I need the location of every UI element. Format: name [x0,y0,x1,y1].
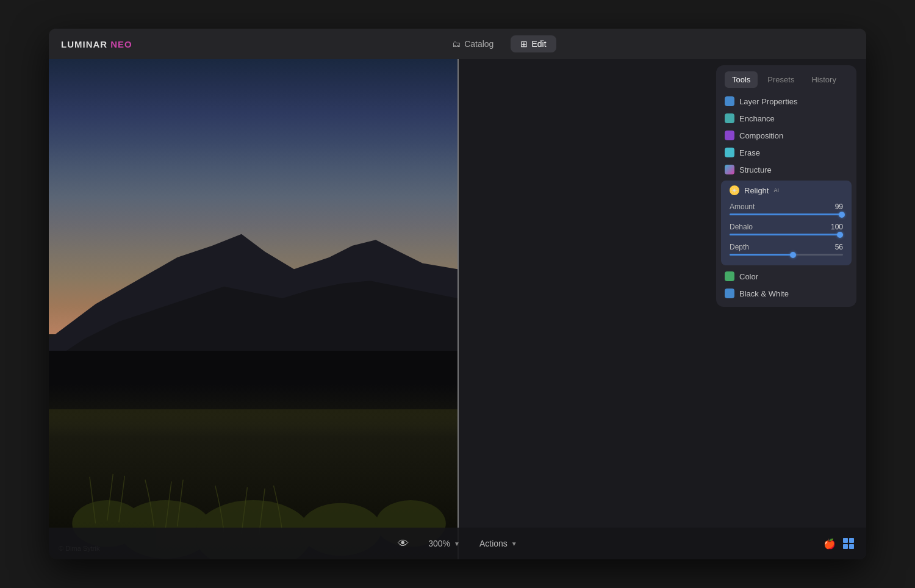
tab-presets[interactable]: Presets [760,71,802,88]
apple-icon: 🍎 [824,538,836,550]
amount-slider-fill [730,213,842,215]
depth-value: 56 [835,243,843,251]
black-white-icon [725,289,734,298]
amount-slider-thumb[interactable] [839,212,845,218]
dehalo-slider-track[interactable] [730,234,843,235]
erase-icon [725,148,734,157]
depth-slider-thumb[interactable] [790,252,796,258]
dehalo-slider-row: Dehalo 100 [725,220,848,240]
canvas-area: © Dima Sytrik Tools Presets History [49,59,866,559]
before-after-divider [458,59,459,559]
catalog-button[interactable]: 🗂 Catalog [442,35,503,52]
depth-slider-fill [730,254,793,256]
panel-item-layer-properties[interactable]: Layer Properties [716,93,856,110]
panel-item-composition[interactable]: Composition [716,127,856,144]
composition-icon [725,131,734,140]
title-bar: LUMINAR NEO 🗂 Catalog ⊞ Edit [49,29,866,59]
photo-before [49,59,458,559]
tab-history[interactable]: History [804,71,843,88]
amount-label-row: Amount 99 [730,203,843,211]
logo-luminar-text: LUMINAR [61,39,107,49]
edit-button[interactable]: ⊞ Edit [511,35,556,52]
dehalo-value: 100 [831,223,843,231]
windows-icon [843,538,854,549]
relight-superscript: AI [773,187,779,193]
dehalo-label-row: Dehalo 100 [730,223,843,231]
relight-icon: ☀ [730,185,739,195]
main-content: © Dima Sytrik Tools Presets History [49,59,866,559]
panel-items-list: Layer Properties Enchance Composition [716,88,856,307]
zoom-control[interactable]: 300% ▼ [423,536,465,551]
toolbar-right-area: 🍎 [824,538,854,550]
eye-icon: 👁 [398,537,409,550]
depth-slider-track[interactable] [730,254,843,256]
panel-item-enchance[interactable]: Enchance [716,110,856,127]
nav-center: 🗂 Catalog ⊞ Edit [145,35,854,52]
actions-chevron-icon: ▼ [511,540,517,547]
relight-section: ☀ Relight AI Amount 99 [721,181,852,265]
panel-item-erase[interactable]: Erase [716,144,856,161]
depth-label-row: Depth 56 [730,243,843,251]
app-logo: LUMINAR NEO [61,39,132,49]
relight-header[interactable]: ☀ Relight AI [725,185,848,200]
amount-slider-row: Amount 99 [725,200,848,220]
enchance-icon [725,113,734,123]
amount-value: 99 [835,203,843,211]
panel-item-color[interactable]: Color [716,268,856,285]
amount-label: Amount [730,203,755,211]
tab-tools[interactable]: Tools [725,71,758,88]
zoom-chevron-icon: ▼ [454,540,460,547]
catalog-icon: 🗂 [452,39,461,49]
tools-panel: Tools Presets History Layer Propert [716,65,856,307]
logo-neo-text: NEO [110,39,132,49]
edit-icon: ⊞ [520,39,528,49]
dehalo-slider-thumb[interactable] [837,232,843,238]
depth-slider-row: Depth 56 [725,240,848,260]
dehalo-slider-fill [730,234,843,235]
panel-tabs: Tools Presets History [716,65,856,88]
panel-item-structure[interactable]: Structure [716,161,856,178]
zoom-level-text: 300% [428,539,450,548]
panel-item-black-white[interactable]: Black & White [716,285,856,302]
layer-properties-icon [725,96,734,106]
visibility-toggle[interactable]: 👁 [393,535,414,553]
color-icon [725,271,734,281]
depth-label: Depth [730,243,749,251]
actions-label: Actions [479,539,508,548]
dehalo-label: Dehalo [730,223,753,231]
amount-slider-track[interactable] [730,213,843,215]
actions-button[interactable]: Actions ▼ [475,536,522,551]
structure-icon [725,165,734,174]
bottom-toolbar: 👁 300% ▼ Actions ▼ 🍎 [49,528,866,559]
app-window: LUMINAR NEO 🗂 Catalog ⊞ Edit [49,29,866,559]
